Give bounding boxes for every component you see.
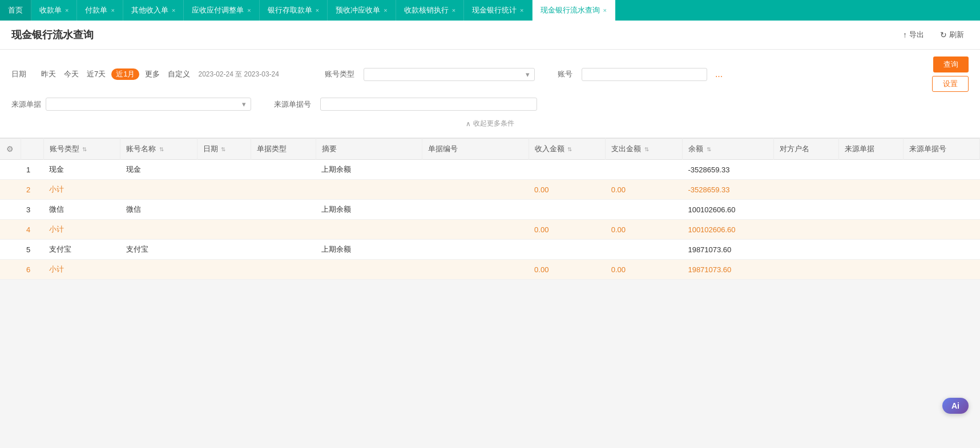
cell-source-doc-no [904,220,980,240]
close-payment-icon[interactable]: × [111,7,114,14]
cell-source-doc [838,180,903,200]
table-header-row: ⚙ 账号类型 ⇅ 账号名称 ⇅ 日期 ⇅ 单据类型 摘要 单据编号 收入金额 ⇅… [0,139,980,160]
close-cash-stat-icon[interactable]: × [520,7,523,14]
close-prepaid-icon[interactable]: × [384,7,387,14]
cell-counterparty [774,200,838,220]
col-date[interactable]: 日期 ⇅ [197,139,251,160]
cell-account-name [120,260,197,280]
cell-date [197,260,251,280]
cell-account-name [120,180,197,200]
cell-index: 6 [21,260,43,280]
table-row[interactable]: 3 微信 微信 上期余额 100102606.60 [0,200,980,220]
col-account-name[interactable]: 账号名称 ⇅ [120,139,197,160]
cell-expense [606,200,683,220]
close-other-income-icon[interactable]: × [172,7,175,14]
cell-source-doc [838,160,903,180]
col-doc-type: 单据类型 [251,139,316,160]
close-ar-ap-icon[interactable]: × [247,7,251,14]
table-row[interactable]: 1 现金 现金 上期余额 -3528659.33 [0,160,980,180]
cell-income: 0.00 [529,260,606,280]
nav-item-cash-stat[interactable]: 现金银行统计 × [464,0,532,21]
account-dots-button[interactable]: ... [712,69,726,79]
nav-item-cash-query[interactable]: 现金银行流水查询 × [533,0,615,21]
account-input[interactable] [582,68,707,81]
table-row[interactable]: 4 小计 0.00 0.00 100102606.60 [0,220,980,240]
nav-label-receipt-verify: 收款核销执行 [404,5,449,15]
col-doc-no: 单据编号 [422,139,529,160]
cell-summary [316,220,422,240]
cell-date [197,160,251,180]
cell-date [197,200,251,220]
shortcut-custom[interactable]: 自定义 [166,68,192,80]
table-body: 1 现金 现金 上期余额 -3528659.33 2 小计 0.00 0.00 … [0,160,980,280]
cell-source-doc-no [904,260,980,280]
account-type-label: 账号类型 [325,69,354,79]
col-income[interactable]: 收入金额 ⇅ [529,139,606,160]
col-settings[interactable]: ⚙ [0,139,21,160]
close-cash-query-icon[interactable]: × [603,7,607,14]
export-icon: ↑ [903,30,907,39]
shortcut-more[interactable]: 更多 [143,68,162,80]
cell-account-type: 现金 [43,160,120,180]
cell-expense [606,240,683,260]
cell-account-name: 支付宝 [120,240,197,260]
cell-doc-no [422,240,529,260]
cell-index: 5 [21,240,43,260]
cell-doc-type [251,220,316,240]
close-bank-deposit-icon[interactable]: × [316,7,319,14]
shortcut-1month[interactable]: 近1月 [111,68,139,80]
nav-item-payment[interactable]: 付款单 × [77,0,123,21]
nav-item-home[interactable]: 首页 [0,0,31,21]
settings-button[interactable]: 设置 [932,76,969,92]
cell-balance: 19871073.60 [682,260,773,280]
col-balance[interactable]: 余额 ⇅ [682,139,773,160]
account-type-group: 账号类型 ▾ [325,68,535,81]
close-receipt-icon[interactable]: × [65,7,68,14]
nav-label-cash-stat: 现金银行统计 [472,5,517,15]
col-expense[interactable]: 支出金额 ⇅ [606,139,683,160]
nav-item-bank-deposit[interactable]: 银行存取款单 × [260,0,328,21]
col-source-doc: 来源单据 [838,139,903,160]
refresh-button[interactable]: ↻ 刷新 [935,27,969,42]
shortcut-7days[interactable]: 近7天 [84,68,108,80]
table-row[interactable]: 2 小计 0.00 0.00 -3528659.33 [0,180,980,200]
close-receipt-verify-icon[interactable]: × [452,7,455,14]
sort-account-type-icon: ⇅ [82,146,87,152]
nav-item-ar-ap-adjust[interactable]: 应收应付调整单 × [184,0,259,21]
cell-doc-type [251,180,316,200]
cell-doc-no [422,200,529,220]
source-doc-select[interactable]: ▾ [46,98,251,111]
col-source-doc-no: 来源单据号 [904,139,980,160]
filter-row-2: 来源单据 ▾ 来源单据号 [11,98,969,111]
query-button[interactable]: 查询 [933,56,969,72]
header-actions: ↑ 导出 ↻ 刷新 [898,27,969,42]
nav-label-ar-ap: 应收应付调整单 [192,5,244,15]
col-counterparty: 对方户名 [774,139,838,160]
cell-doc-type [251,200,316,220]
col-account-type[interactable]: 账号类型 ⇅ [43,139,120,160]
cell-doc-type [251,160,316,180]
shortcut-yesterday[interactable]: 昨天 [39,68,58,80]
cell-balance: -3528659.33 [682,180,773,200]
cell-doc-type [251,260,316,280]
sort-balance-icon: ⇅ [707,146,711,152]
account-type-select[interactable]: ▾ [364,68,535,81]
cell-date [197,220,251,240]
cell-doc-no [422,160,529,180]
nav-item-receipt-verify[interactable]: 收款核销执行 × [396,0,464,21]
cell-date [197,240,251,260]
table-row[interactable]: 6 小计 0.00 0.00 19871073.60 [0,260,980,280]
nav-item-prepaid[interactable]: 预收冲应收单 × [328,0,396,21]
nav-item-receipt[interactable]: 收款单 × [31,0,77,21]
nav-label-payment: 付款单 [85,5,107,15]
nav-item-other-income[interactable]: 其他收入单 × [123,0,184,21]
cell-account-type: 支付宝 [43,240,120,260]
table-settings-icon[interactable]: ⚙ [6,144,14,154]
source-doc-chevron-icon: ▾ [242,100,246,108]
collapse-bar[interactable]: ∧ 收起更多条件 [11,116,969,133]
source-doc-no-input[interactable] [320,98,537,111]
table-row[interactable]: 5 支付宝 支付宝 上期余额 19871073.60 [0,240,980,260]
export-button[interactable]: ↑ 导出 [898,27,929,42]
shortcut-today[interactable]: 今天 [62,68,81,80]
cell-income: 0.00 [529,220,606,240]
